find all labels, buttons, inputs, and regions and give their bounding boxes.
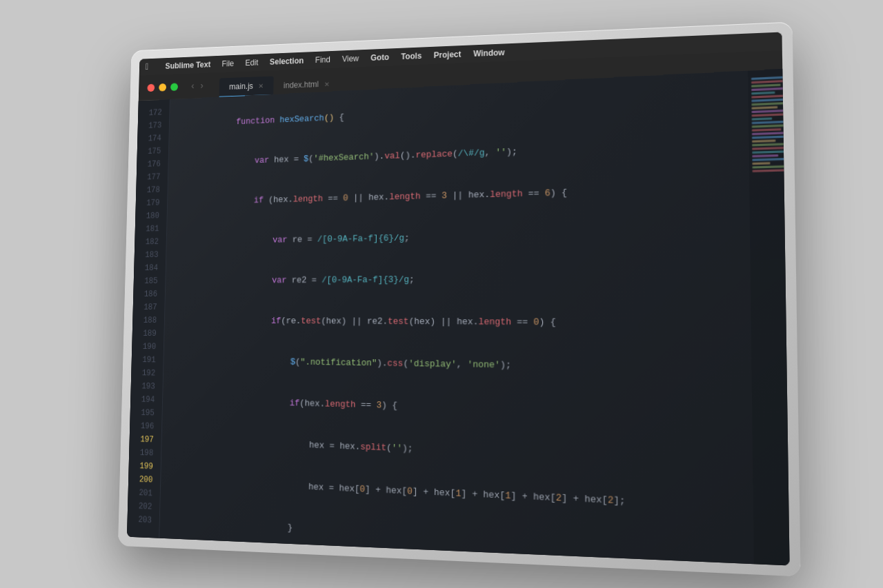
- laptop:  Sublime Text File Edit Selection Find …: [118, 21, 801, 576]
- tab-index-html-label: index.html: [284, 79, 319, 90]
- line-num-200: 200: [139, 473, 153, 487]
- line-num-190: 190: [143, 340, 157, 353]
- line-num-202: 202: [139, 499, 152, 514]
- tab-main-js-close[interactable]: ✕: [258, 82, 264, 90]
- line-num-179: 179: [146, 196, 160, 210]
- maximize-window-button[interactable]: [170, 82, 178, 90]
- line-num-195: 195: [141, 406, 155, 420]
- menu-edit[interactable]: Edit: [245, 58, 258, 68]
- minimap-line: [752, 139, 775, 142]
- minimap-line: [752, 154, 778, 156]
- line-num-182: 182: [146, 235, 159, 248]
- forward-arrow-icon[interactable]: ›: [199, 80, 204, 90]
- line-num-198: 198: [140, 446, 154, 460]
- line-num-197: 197: [140, 432, 154, 446]
- line-num-187: 187: [143, 301, 157, 314]
- minimap-line: [751, 91, 775, 94]
- line-num-203: 203: [138, 513, 152, 527]
- minimap-line: [752, 143, 784, 146]
- minimap: [748, 67, 789, 565]
- line-num-189: 189: [143, 327, 157, 340]
- menu-selection[interactable]: Selection: [270, 56, 304, 66]
- line-num-196: 196: [141, 419, 155, 433]
- line-num-193: 193: [141, 379, 155, 393]
- minimap-line: [752, 150, 789, 153]
- line-num-191: 191: [142, 353, 156, 366]
- apple-logo-icon: : [146, 61, 151, 72]
- minimap-line: [752, 162, 770, 165]
- minimap-line: [752, 112, 790, 116]
- minimap-line: [752, 120, 790, 124]
- tab-index-html-close[interactable]: ✕: [324, 80, 329, 88]
- menu-project[interactable]: Project: [434, 49, 462, 59]
- traffic-lights: [147, 82, 178, 91]
- line-num-186: 186: [144, 287, 158, 301]
- tab-main-js-label: main.js: [229, 81, 253, 91]
- minimap-line: [752, 135, 790, 139]
- menu-view[interactable]: View: [342, 54, 359, 63]
- line-num-185: 185: [144, 274, 158, 287]
- line-num-199: 199: [139, 459, 153, 473]
- minimap-line: [752, 109, 790, 112]
- line-num-201: 201: [139, 486, 152, 500]
- line-num-181: 181: [146, 222, 159, 235]
- line-num-177: 177: [147, 170, 161, 183]
- editor: 172 173 174 175 176 177 178 179 180 181 …: [127, 67, 790, 565]
- line-num-192: 192: [142, 366, 156, 380]
- minimap-line: [751, 98, 784, 101]
- code-line-179: var re2 = /[0-9A-Fa-f]{3}/g;: [175, 256, 737, 301]
- menu-sublime-text[interactable]: Sublime Text: [165, 59, 210, 70]
- minimap-line: [752, 117, 773, 120]
- minimap-line: [753, 165, 790, 168]
- close-window-button[interactable]: [147, 83, 155, 91]
- minimap-line: [751, 83, 780, 87]
- menu-window[interactable]: Window: [473, 48, 505, 59]
- line-num-176: 176: [147, 157, 161, 170]
- minimap-line: [751, 87, 789, 91]
- screen-bezel:  Sublime Text File Edit Selection Find …: [127, 32, 790, 565]
- minimap-line: [752, 128, 782, 132]
- minimap-line: [751, 76, 786, 80]
- minimap-line: [751, 105, 777, 109]
- code-editor-wrapper[interactable]: function hexSearch() { var hex = $('#hex…: [159, 67, 789, 565]
- line-num-180: 180: [146, 209, 159, 222]
- minimap-line: [752, 146, 789, 150]
- menu-find[interactable]: Find: [315, 54, 330, 64]
- line-num-173: 173: [148, 119, 162, 132]
- line-num-183: 183: [145, 248, 159, 261]
- minimap-line: [752, 132, 787, 135]
- minimap-line: [751, 101, 789, 105]
- minimize-window-button[interactable]: [159, 83, 166, 91]
- line-num-172: 172: [148, 106, 162, 119]
- back-arrow-icon[interactable]: ‹: [190, 81, 196, 91]
- code-area[interactable]: function hexSearch() { var hex = $('#hex…: [159, 70, 754, 565]
- nav-arrows: ‹ ›: [190, 80, 205, 91]
- code-line-181: if(re.test(hex) || re2.test(hex) || hex.…: [175, 301, 738, 346]
- menu-tools[interactable]: Tools: [401, 51, 421, 61]
- menu-file[interactable]: File: [221, 59, 234, 68]
- line-num-194: 194: [141, 393, 155, 407]
- line-num-178: 178: [146, 183, 160, 196]
- minimap-line: [753, 169, 785, 172]
- line-num-175: 175: [148, 145, 161, 158]
- line-num-184: 184: [145, 261, 159, 274]
- menu-goto[interactable]: Goto: [370, 52, 389, 63]
- line-num-188: 188: [143, 314, 157, 327]
- minimap-line: [752, 157, 789, 161]
- line-num-174: 174: [148, 132, 161, 145]
